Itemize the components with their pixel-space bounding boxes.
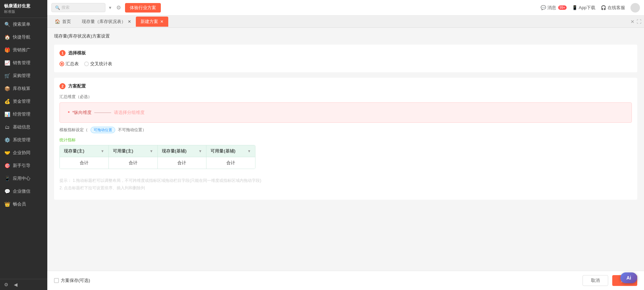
tab-inventory-status[interactable]: 现存量（库存状况表） ✕ [77,17,136,27]
sidebar-item-wechat[interactable]: 💬 企业微信 [0,185,47,198]
search-icon: 🔍 [55,5,60,10]
sidebar-icon-contract: 🤝 [4,150,10,156]
sidebar: 畅康通好生意 标准版 🔍 搜索菜单 🏠 快捷导航 🎁 营销推广 📈 销售管理 🛒… [0,0,47,290]
messages-item[interactable]: 💬 消息 99+ [541,5,567,11]
sidebar-item-newbie[interactable]: 🎯 新手引导 [0,159,47,172]
sidebar-item-search-menu[interactable]: 🔍 搜索菜单 [0,18,47,31]
sidebar-item-contract[interactable]: 🤝 企业协同 [0,146,47,159]
summary-dimension-label: 汇总维度（必选） [59,94,632,100]
user-avatar[interactable] [630,3,640,13]
message-icon: 💬 [541,5,546,10]
messages-label: 消息 [547,5,556,11]
stats-table-row: 合计 合计 合计 合计 [60,157,255,169]
sidebar-label-basic: 基础信息 [13,124,30,130]
sidebar-item-basic[interactable]: 🗂 基础信息 [0,121,47,134]
sidebar-item-member[interactable]: 👑 畅会员 [0,198,47,211]
radio-summary[interactable]: 汇总表 [59,61,79,67]
col-header-2[interactable]: 现存量(基辅) ▼ [158,145,207,157]
sidebar-icon-wechat: 💬 [4,188,10,194]
sidebar-icon-system: ⚙️ [4,137,10,143]
tab-new-plan-label: 新建方案 [141,19,158,25]
radio-cross[interactable]: 交叉统计表 [84,61,112,67]
expand-panel-icon[interactable]: ⛶ [637,19,641,24]
sidebar-label-member: 畅会员 [13,201,26,207]
sidebar-icon-sales: 📈 [4,60,10,66]
col-chevron-1[interactable]: ▼ [150,149,153,153]
draggable-badge: 可拖动位置 [91,127,115,133]
sidebar-item-marketing[interactable]: 🎁 营销推广 [0,44,47,56]
save-checkbox[interactable] [54,278,59,283]
cancel-button[interactable]: 取消 [583,275,608,286]
sidebar-item-shortcut[interactable]: 🏠 快捷导航 [0,31,47,44]
sidebar-icon-search-menu: 🔍 [4,21,10,27]
customer-service-label: 在线客服 [608,5,625,11]
dimension-selection-box[interactable]: * *纵向维度 请选择分组维度 [59,102,632,123]
step1-title: 选择模板 [68,50,86,56]
required-star: * [68,110,70,115]
sidebar-icon-operations: 📊 [4,111,10,117]
sidebar-item-sales[interactable]: 📈 销售管理 [0,56,47,69]
sidebar-label-marketing: 营销推广 [13,47,30,53]
dimension-placeholder: 请选择分组维度 [114,110,145,116]
page-title: 现存量(库存状况表)方案设置 [54,33,637,39]
step1-section: 1 选择模板 汇总表 交叉统计表 [54,45,637,72]
col-header-0[interactable]: 现存量(主) ▼ [60,145,109,157]
sidebar-label-purchase: 采购管理 [13,73,30,79]
content-area: 现存量(库存状况表)方案设置 1 选择模板 汇总表 交叉统计表 2 [47,28,644,271]
col-label-3: 可用量(基辅) [210,148,236,154]
col-label-0: 现存量(主) [64,148,84,154]
sidebar-icon-shortcut: 🏠 [4,34,10,40]
tabbar: 🏠 首页 现存量（库存状况表） ✕ 新建方案 ✕ ✕ ⛶ [47,16,644,28]
tab-inventory-label: 现存量（库存状况表） [82,19,126,25]
search-box[interactable]: 🔍 搜索 [51,3,105,12]
col-chevron-0[interactable]: ▼ [101,149,104,153]
tip-2: 2. 点击标题栏下拉可设置排序、插入列和删除列 [59,185,632,192]
customer-service-item[interactable]: 🎧 在线客服 [601,5,625,11]
trial-button[interactable]: 体验行业方案 [125,3,161,13]
tip-1: 提示： 1.拖动标题栏可以调整布局，不可跨维度或指标区域拖动栏目字段(只能在同一… [59,177,632,185]
tab-inventory-close[interactable]: ✕ [128,19,131,24]
sidebar-logo: 畅康通好生意 标准版 [0,0,47,18]
tab-home[interactable]: 🏠 首页 [50,17,76,27]
tab-new-plan[interactable]: 新建方案 ✕ [136,17,168,27]
close-panel-icon[interactable]: ✕ [630,19,635,24]
sidebar-icon-finance: 💰 [4,98,10,104]
cell-2: 合计 [158,157,207,169]
ai-button[interactable]: Ai [620,272,637,283]
indicator-settings-label: 模板指标设定（ 可拖动位置 不可拖动位置） [59,127,632,133]
cell-3: 合计 [206,157,255,169]
sidebar-item-system[interactable]: ⚙️ 系统管理 [0,134,47,146]
gear-icon[interactable]: ⚙ [116,4,121,11]
indicator-settings-text: 模板指标设定（ [59,127,88,133]
dropdown-arrow[interactable]: ▼ [108,5,112,10]
indicator-section: 统计指标 现存量(主) ▼ 可用量(主) ▼ 现存量(基辅) [59,137,632,169]
settings-icon[interactable]: ⚙ [4,282,8,287]
stats-title: 统计指标 [59,137,632,143]
sidebar-label-shortcut: 快捷导航 [13,34,30,40]
sidebar-item-purchase[interactable]: 🛒 采购管理 [0,69,47,82]
sidebar-item-operations[interactable]: 📊 经营管理 [0,108,47,121]
search-text: 搜索 [61,5,70,10]
template-radio-group: 汇总表 交叉统计表 [59,61,632,67]
sidebar-item-finance[interactable]: 💰 资金管理 [0,95,47,108]
sidebar-icon-marketing: 🎁 [4,47,10,53]
sidebar-icon-inventory: 📦 [4,86,10,92]
messages-badge: 99+ [558,5,567,10]
stats-table: 现存量(主) ▼ 可用量(主) ▼ 现存量(基辅) ▼ 可用量(基辅) [59,145,255,169]
col-header-1[interactable]: 可用量(主) ▼ [109,145,158,157]
col-header-3[interactable]: 可用量(基辅) ▼ [206,145,255,157]
col-label-2: 现存量(基辅) [162,148,187,154]
dimension-content: * *纵向维度 请选择分组维度 [68,110,623,116]
headset-icon: 🎧 [601,5,606,10]
col-chevron-2[interactable]: ▼ [198,149,202,153]
col-chevron-3[interactable]: ▼ [247,149,251,153]
phone-icon: 📱 [572,5,577,10]
sidebar-item-apps[interactable]: 📱 应用中心 [0,172,47,185]
sidebar-item-inventory[interactable]: 📦 库存核算 [0,82,47,95]
tab-new-plan-close[interactable]: ✕ [160,19,164,24]
step2-title: 方案配置 [68,83,86,89]
tab-home-label: 首页 [62,19,71,25]
app-title: 畅康通好生意 [4,3,43,9]
collapse-icon[interactable]: ◀ [14,282,18,287]
app-download-item[interactable]: 📱 App下载 [572,5,595,11]
